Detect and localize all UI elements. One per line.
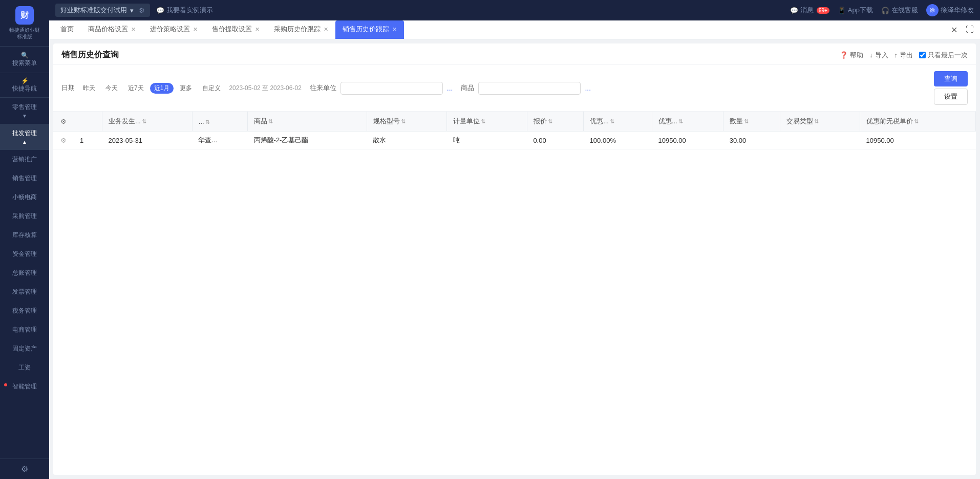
- product-label: 商品: [461, 83, 474, 93]
- tab-label: 进价策略设置: [150, 25, 190, 34]
- help-button[interactable]: ❓ 帮助: [840, 51, 863, 60]
- tab-close-icon[interactable]: ✕: [324, 26, 328, 33]
- extra-cell: 华查...: [192, 132, 247, 149]
- date-options: 昨天今天近7天近1月更多自定义: [79, 83, 225, 94]
- sort-icon: ⇅: [814, 118, 819, 124]
- version-selector[interactable]: 好业财标准版交付试用 ▾ ⚙: [55, 4, 150, 17]
- maximize-button[interactable]: ⛶: [964, 23, 976, 36]
- only-last-checkbox[interactable]: 只看最后一次: [919, 51, 968, 60]
- message-icon: 💬: [790, 7, 798, 14]
- sidebar-item-ledger[interactable]: 总账管理: [0, 264, 49, 282]
- tab-label: 采购历史价跟踪: [274, 25, 321, 34]
- page-title: 销售历史价查询: [61, 50, 119, 60]
- sidebar-item-label: 批发管理: [12, 129, 37, 138]
- tab-label: 商品价格设置: [88, 25, 128, 34]
- quick-nav[interactable]: ⚡ 快捷导航: [0, 73, 49, 98]
- sidebar-item-inventory[interactable]: 库存核算: [0, 226, 49, 245]
- sort-icon: ⇅: [481, 118, 485, 124]
- tab-close-icon[interactable]: ✕: [193, 26, 198, 33]
- tab-sale_extract[interactable]: 售价提取设置✕: [205, 20, 267, 39]
- col-discount2[interactable]: 优惠...⇅: [652, 112, 723, 132]
- date-opt-last7[interactable]: 近7天: [124, 83, 148, 94]
- col-date[interactable]: 业务发生...⇅: [102, 112, 193, 132]
- col-quantity[interactable]: 数量⇅: [723, 112, 780, 132]
- user-menu[interactable]: 徐 徐泽华修改: [926, 4, 974, 16]
- sidebar-item-salary[interactable]: 工资: [0, 358, 49, 377]
- message-button[interactable]: 💬 消息 99+: [790, 6, 829, 15]
- sidebar-item-ecommerce_small[interactable]: 小畅电商: [0, 188, 49, 207]
- date-opt-yesterday[interactable]: 昨天: [79, 83, 99, 94]
- col-tax_price[interactable]: 优惠前无税单价⇅: [860, 112, 976, 132]
- tab-price[interactable]: 商品价格设置✕: [81, 20, 143, 39]
- sidebar-item-label: 电商管理: [12, 325, 37, 334]
- sidebar-item-marketing[interactable]: 营销推广: [0, 150, 49, 169]
- sidebar-item-label: 营销推广: [12, 155, 37, 164]
- tab-purchase_strategy[interactable]: 进价策略设置✕: [143, 20, 205, 39]
- tab-home[interactable]: 首页: [53, 20, 81, 39]
- sidebar-item-label: 销售管理: [12, 174, 37, 183]
- sidebar-item-smart[interactable]: 智能管理: [0, 377, 49, 396]
- col-unit[interactable]: 计量单位⇅: [447, 112, 527, 132]
- txtype-cell: [780, 132, 860, 149]
- product-dots[interactable]: ...: [585, 84, 591, 92]
- col-extra[interactable]: ...⇅: [192, 112, 247, 132]
- sidebar-item-label: 工资: [18, 363, 31, 372]
- tab-close-icon[interactable]: ✕: [255, 26, 260, 33]
- col-price[interactable]: 报价⇅: [527, 112, 583, 132]
- export-button[interactable]: ↑ 导出: [894, 51, 913, 60]
- tab-label: 首页: [60, 25, 74, 34]
- spec-cell: 散水: [367, 132, 447, 149]
- tab-bar-actions: ✕ ⛶: [949, 23, 976, 37]
- product-input[interactable]: [478, 82, 581, 95]
- header-actions: ❓ 帮助 ↓ 导入 ↑ 导出 只看最后一次: [840, 51, 968, 60]
- sidebar-item-sales[interactable]: 销售管理: [0, 169, 49, 188]
- help-icon: ❓: [840, 51, 848, 59]
- tab-purchase_history[interactable]: 采购历史价跟踪✕: [267, 20, 335, 39]
- close-tab-button[interactable]: ✕: [949, 23, 960, 37]
- date-opt-custom[interactable]: 自定义: [198, 83, 225, 94]
- index-cell: 1: [74, 132, 102, 149]
- tab-close-icon[interactable]: ✕: [131, 26, 136, 33]
- tab-sales_history[interactable]: 销售历史价跟踪✕: [335, 20, 404, 39]
- product-cell: 丙烯酸-2-乙基己酯: [248, 132, 367, 149]
- source-unit-input[interactable]: [340, 82, 443, 95]
- sidebar-item-ecommerce[interactable]: 电商管理: [0, 320, 49, 339]
- filter-settings-button[interactable]: 设置: [934, 89, 968, 105]
- date-filter-group: 日期 昨天今天近7天近1月更多自定义 2023-05-02 至 2023-06-…: [61, 83, 302, 94]
- col-tx_type[interactable]: 交易类型⇅: [780, 112, 860, 132]
- sidebar-item-tax[interactable]: 税务管理: [0, 301, 49, 320]
- source-unit-dots[interactable]: ...: [447, 84, 453, 92]
- col-index: [74, 112, 102, 132]
- date-opt-last1month[interactable]: 近1月: [150, 83, 174, 94]
- col-product[interactable]: 商品⇅: [248, 112, 367, 132]
- demo-link[interactable]: 💬 我要看实例演示: [156, 6, 213, 15]
- query-button[interactable]: 查询: [934, 71, 968, 86]
- sidebar-item-retail[interactable]: 零售管理▼: [0, 98, 49, 124]
- sidebar-item-assets[interactable]: 固定资产: [0, 339, 49, 358]
- col-discount1[interactable]: 优惠...⇅: [584, 112, 652, 132]
- sidebar-item-finance[interactable]: 资金管理: [0, 245, 49, 264]
- message-badge: 99+: [817, 7, 829, 14]
- settings-icon[interactable]: ⚙: [139, 7, 145, 14]
- tabs-bar: 首页商品价格设置✕进价策略设置✕售价提取设置✕采购历史价跟踪✕销售历史价跟踪✕ …: [49, 20, 980, 39]
- search-menu[interactable]: 🔍 搜索菜单: [0, 47, 49, 73]
- tab-close-icon[interactable]: ✕: [392, 26, 397, 33]
- headset-icon: 🎧: [881, 7, 889, 14]
- settings-icon[interactable]: ⚙: [0, 464, 49, 474]
- nav-icon: ⚡: [0, 77, 49, 84]
- quantity-cell: 30.00: [723, 132, 780, 149]
- sidebar-item-wholesale[interactable]: 批发管理▲: [0, 124, 49, 150]
- sidebar-item-purchase[interactable]: 采购管理: [0, 207, 49, 226]
- only-last-input[interactable]: [919, 52, 926, 58]
- col-spec[interactable]: 规格型号⇅: [367, 112, 447, 132]
- table-container: ⚙业务发生...⇅...⇅商品⇅规格型号⇅计量单位⇅报价⇅优惠...⇅优惠...…: [53, 112, 976, 475]
- sidebar-item-label: 固定资产: [12, 344, 37, 353]
- version-label: 好业财标准版交付试用: [60, 6, 127, 15]
- online-service-button[interactable]: 🎧 在线客服: [881, 6, 918, 15]
- import-button[interactable]: ↓ 导入: [869, 51, 888, 60]
- date-opt-more[interactable]: 更多: [176, 83, 196, 94]
- app-download-button[interactable]: 📱 App下载: [838, 6, 873, 15]
- sort-icon: ⇅: [610, 118, 614, 124]
- date-opt-today[interactable]: 今天: [101, 83, 122, 94]
- sidebar-item-invoice[interactable]: 发票管理: [0, 282, 49, 301]
